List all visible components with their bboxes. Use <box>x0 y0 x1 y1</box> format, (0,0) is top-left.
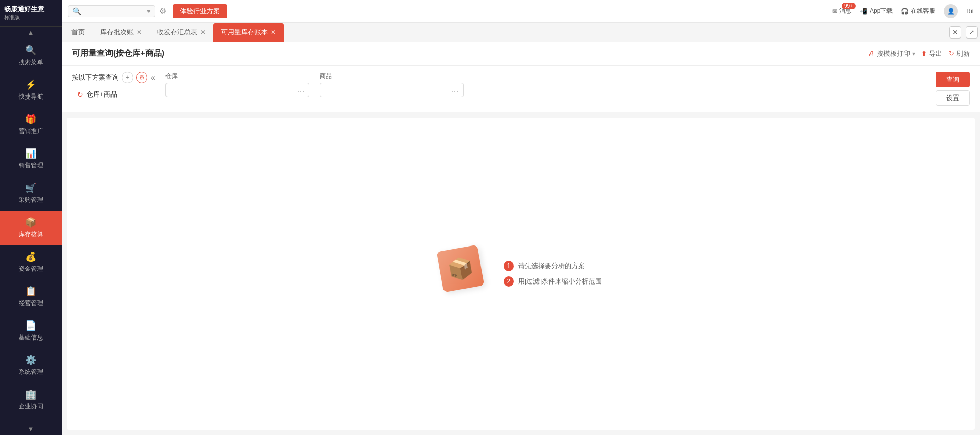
goods-input-wrap[interactable]: … <box>320 83 464 97</box>
close-all-tabs-button[interactable]: ✕ <box>949 26 961 39</box>
filter-section-label: 按以下方案查询 <box>72 73 119 82</box>
template-print-button[interactable]: 🖨 按模板打印 ▾ <box>868 49 915 59</box>
filter-actions: 查询 设置 <box>936 72 970 106</box>
goods-more-icon[interactable]: … <box>451 85 459 94</box>
message-button[interactable]: ✉ 消息 99+ <box>832 7 852 15</box>
empty-state: 1 请先选择要分析的方案 2 用[过滤]条件来缩小分析范围 <box>67 118 975 430</box>
query-button[interactable]: 查询 <box>936 72 970 87</box>
empty-content: 1 请先选择要分析的方案 2 用[过滤]条件来缩小分析范围 <box>440 248 602 299</box>
sidebar-item-label: 营销推广 <box>19 127 43 136</box>
tabs-bar: 首页 库存批次账 ✕ 收发存汇总表 ✕ 可用量库存账本 ✕ ✕ ⤢ <box>62 23 980 42</box>
warehouse-more-icon[interactable]: … <box>297 85 305 94</box>
tab-batch-account[interactable]: 库存批次账 ✕ <box>93 23 150 42</box>
gift-icon: 🎁 <box>25 114 36 125</box>
warehouse-input[interactable] <box>170 86 297 94</box>
export-button[interactable]: ⬆ 导出 <box>921 49 942 59</box>
sidebar-item-quick-nav[interactable]: ⚡ 快捷导航 <box>0 73 62 107</box>
sidebar-item-purchase[interactable]: 🛒 采购管理 <box>0 176 62 211</box>
sidebar-item-inventory[interactable]: 📦 库存核算 <box>0 211 62 245</box>
warehouse-field: 仓库 … <box>165 72 309 97</box>
search-input[interactable] <box>83 8 145 15</box>
tip-item-1: 1 请先选择要分析的方案 <box>504 261 602 271</box>
sidebar-item-search[interactable]: 🔍 搜索菜单 <box>0 39 62 73</box>
box-icon: 📦 <box>25 217 36 228</box>
topbar-search-box[interactable]: 🔍 ▾ <box>68 5 155 17</box>
settings-icon[interactable]: ⚙ <box>159 6 167 16</box>
tab-home[interactable]: 首页 <box>64 23 93 42</box>
empty-illustration <box>440 248 491 299</box>
tab-collect-summary-close[interactable]: ✕ <box>200 29 206 36</box>
filter-fields: 仓库 … 商品 … <box>165 72 926 97</box>
goods-field: 商品 … <box>320 72 464 97</box>
sidebar-item-label: 经营管理 <box>19 299 43 308</box>
doc-icon: 📄 <box>25 320 36 331</box>
tab-collect-summary[interactable]: 收发存汇总表 ✕ <box>150 23 213 42</box>
filter-option-warehouse-goods[interactable]: ↻ 仓库+商品 <box>72 87 122 102</box>
cart-icon: 🛒 <box>25 182 36 194</box>
tab-batch-account-close[interactable]: ✕ <box>137 29 142 36</box>
sidebar-item-operations[interactable]: 📋 经营管理 <box>0 279 62 314</box>
gear-icon: ⚙️ <box>25 354 36 366</box>
page-actions: 🖨 按模板打印 ▾ ⬆ 导出 ↻ 刷新 <box>868 49 970 59</box>
sidebar-item-basic-info[interactable]: 📄 基础信息 <box>0 314 62 348</box>
username-label: Rit <box>966 8 974 15</box>
refresh-button[interactable]: ↻ 刷新 <box>949 49 970 59</box>
tab-available-ledger-label: 可用量库存账本 <box>221 28 268 37</box>
filter-panel: 按以下方案查询 + ⚙ « ↻ 仓库+商品 仓库 <box>62 66 980 112</box>
app-edition: 标准版 <box>4 14 58 21</box>
topbar: 🔍 ▾ ⚙ 体验行业方案 ✉ 消息 99+ 📲 App下载 🎧 在线客服 👤 <box>62 0 980 23</box>
sidebar-item-label: 企业协同 <box>19 402 43 411</box>
lightning-icon: ⚡ <box>25 79 36 90</box>
tip-text-2: 用[过滤]条件来缩小分析范围 <box>518 277 602 286</box>
money-icon: 💰 <box>25 251 36 262</box>
export-label: 导出 <box>929 49 942 59</box>
sidebar-item-sales[interactable]: 📊 销售管理 <box>0 142 62 176</box>
industry-button[interactable]: 体验行业方案 <box>173 4 227 18</box>
tab-available-ledger[interactable]: 可用量库存账本 ✕ <box>213 23 284 42</box>
search-icon: 🔍 <box>72 7 81 15</box>
sidebar-item-label: 搜索菜单 <box>19 58 43 67</box>
sidebar-scroll-down[interactable]: ▼ <box>0 423 62 435</box>
online-service-button[interactable]: 🎧 在线客服 <box>901 7 935 15</box>
sidebar: 畅康通好生意 标准版 ▲ 🔍 搜索菜单 ⚡ 快捷导航 🎁 营销推广 📊 销售管理… <box>0 0 62 435</box>
settings-button[interactable]: 设置 <box>936 90 970 106</box>
tab-batch-account-label: 库存批次账 <box>100 28 134 37</box>
refresh-icon: ↻ <box>949 50 954 58</box>
refresh-label: 刷新 <box>956 49 970 59</box>
sidebar-item-label: 资金管理 <box>19 264 43 273</box>
chevron-down-icon[interactable]: ▾ <box>912 50 915 58</box>
sidebar-logo: 畅康通好生意 标准版 <box>0 0 62 27</box>
warehouse-input-wrap[interactable]: … <box>165 83 309 97</box>
goods-input[interactable] <box>324 86 451 94</box>
chart-icon: 📊 <box>25 148 36 159</box>
sidebar-item-label: 销售管理 <box>19 161 43 170</box>
sidebar-scroll-up[interactable]: ▲ <box>0 27 62 39</box>
expand-tab-button[interactable]: ⤢ <box>966 26 978 39</box>
sidebar-item-finance[interactable]: 💰 资金管理 <box>0 245 62 279</box>
app-download-button[interactable]: 📲 App下载 <box>860 7 893 15</box>
filter-settings-button[interactable]: ⚙ <box>136 72 147 83</box>
clipboard-icon: 📋 <box>25 286 36 297</box>
page-header: 可用量查询(按仓库+商品) 🖨 按模板打印 ▾ ⬆ 导出 ↻ 刷新 <box>62 42 980 66</box>
tip-num-2: 2 <box>504 276 514 287</box>
sidebar-item-label: 系统管理 <box>19 368 43 376</box>
add-filter-button[interactable]: + <box>122 72 133 83</box>
tab-available-ledger-close[interactable]: ✕ <box>271 29 276 36</box>
sidebar-item-marketing[interactable]: 🎁 营销推广 <box>0 107 62 142</box>
search-icon: 🔍 <box>25 45 36 56</box>
tip-item-2: 2 用[过滤]条件来缩小分析范围 <box>504 276 602 287</box>
template-print-label: 按模板打印 <box>877 49 910 59</box>
chevron-down-icon[interactable]: ▾ <box>147 7 151 15</box>
download-icon: 📲 <box>860 8 867 15</box>
sidebar-item-label: 快捷导航 <box>19 92 43 101</box>
topbar-right: ✉ 消息 99+ 📲 App下载 🎧 在线客服 👤 Rit <box>832 4 974 18</box>
warehouse-label: 仓库 <box>165 72 309 81</box>
tip-num-1: 1 <box>504 261 514 271</box>
filter-label-header: 按以下方案查询 + ⚙ « <box>72 72 155 83</box>
sidebar-item-system[interactable]: ⚙️ 系统管理 <box>0 348 62 383</box>
goods-label: 商品 <box>320 72 464 81</box>
sidebar-item-enterprise[interactable]: 🏢 企业协同 <box>0 383 62 417</box>
sidebar-item-new-user[interactable]: 🎯 新手引导 <box>0 417 62 423</box>
filter-collapse-button[interactable]: « <box>151 73 155 82</box>
avatar[interactable]: 👤 <box>944 4 958 18</box>
